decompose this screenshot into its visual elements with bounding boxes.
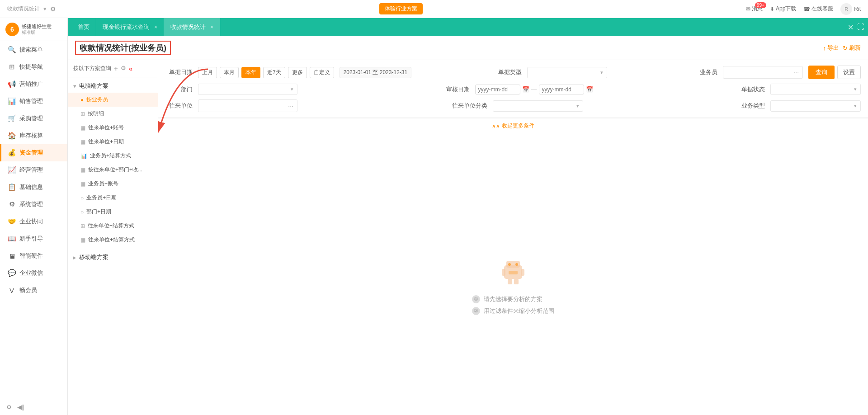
doctype-label: 单据类型: [495, 68, 522, 76]
settings-scheme-icon[interactable]: ⚙: [121, 65, 126, 72]
settings-btn[interactable]: 设置: [837, 66, 861, 79]
messages-area[interactable]: ✉ 消息 99+: [746, 5, 763, 13]
sidebar-item-sales[interactable]: 📊 销售管理: [0, 93, 67, 110]
scheme-item-1[interactable]: ⊞ 按明细: [68, 107, 158, 121]
member-icon: V: [8, 287, 16, 294]
scheme-item-icon-6: ▦: [80, 181, 85, 187]
biztype-label: 业务类型: [738, 102, 765, 110]
svg-rect-7: [508, 279, 512, 284]
partner-category-select[interactable]: ▾: [493, 100, 583, 112]
partner-select[interactable]: ···: [198, 99, 297, 112]
scheme-group-mobile-title[interactable]: ▸ 移动端方案: [68, 250, 158, 264]
trial-btn[interactable]: 体验行业方案: [379, 3, 423, 14]
tab-bank[interactable]: 现金银行流水查询 ×: [96, 18, 164, 36]
scheme-item-7[interactable]: ○ 业务员+日期: [68, 191, 158, 205]
empty-area: ① 请先选择要分析的方案 ② 用过滤条件来缩小分析范围: [158, 133, 868, 415]
scheme-item-10[interactable]: ▦ 往来单位+结算方式: [68, 233, 158, 247]
date-btn-more[interactable]: 更多: [288, 67, 307, 78]
doctype-select[interactable]: ▾: [527, 67, 607, 78]
sidebar-item-inventory[interactable]: 🏠 库存核算: [0, 127, 67, 144]
sidebar-item-system[interactable]: ⚙ 系统管理: [0, 196, 67, 213]
query-btn[interactable]: 查询: [808, 66, 835, 79]
download-icon: ⬇: [770, 6, 774, 12]
chevron-down-icon[interactable]: ▾: [43, 5, 47, 12]
export-btn[interactable]: ↑ 导出: [823, 44, 840, 52]
sidebar-item-operations[interactable]: 📈 经营管理: [0, 161, 67, 179]
scheme-item-2[interactable]: ▦ 往来单位+账号: [68, 121, 158, 135]
scheme-item-9[interactable]: ⊞ 往来单位+结算方式: [68, 219, 158, 233]
sidebar-item-purchase[interactable]: 🛒 采购管理: [0, 110, 67, 127]
date-label: 单据日期: [165, 68, 193, 76]
scheme-item-icon-10: ▦: [80, 237, 85, 243]
collapse-sidebar-icon[interactable]: ◀‖: [17, 404, 25, 410]
online-service[interactable]: ☎ 在线客服: [803, 5, 833, 13]
sidebar-label-guide: 新手引导: [19, 235, 43, 243]
date-btn-this-month[interactable]: 本月: [220, 67, 239, 78]
settings-bottom-icon[interactable]: ⚙: [6, 404, 12, 410]
docstatus-select[interactable]: ▾: [770, 84, 861, 95]
sidebar-label-inventory: 库存核算: [19, 132, 43, 140]
collapse-btn[interactable]: ∧∧ 收起更多条件: [158, 118, 868, 133]
scheme-item-3[interactable]: ▦ 往来单位+日期: [68, 135, 158, 149]
sidebar-item-hardware[interactable]: 🖥 智能硬件: [0, 247, 67, 264]
logo-icon: 6: [5, 23, 19, 36]
page-area: 收款情况统计(按业务员) ↑ 导出 ↻ 刷新 按以下方: [68, 36, 868, 415]
date-btn-last-month[interactable]: 上月: [198, 67, 217, 78]
tab-receipt[interactable]: 收款情况统计 ×: [164, 18, 220, 36]
add-scheme-icon[interactable]: +: [114, 65, 118, 72]
scheme-item-label-1: 按明细: [88, 110, 104, 118]
scheme-item-icon-0: ●: [80, 97, 84, 103]
close-window-icon[interactable]: ✕: [848, 23, 854, 32]
sidebar-item-guide[interactable]: 📖 新手引导: [0, 230, 67, 247]
app-download[interactable]: ⬇ App下载: [770, 5, 796, 13]
date-btn-7days[interactable]: 近7天: [263, 67, 285, 78]
date-btn-custom[interactable]: 自定义: [310, 67, 334, 78]
gear-icon[interactable]: ⚙: [50, 5, 56, 13]
scheme-group-desktop-title[interactable]: ▾ 电脑端方案: [68, 79, 158, 93]
scheme-item-label-0: 按业务员: [86, 96, 108, 104]
salesman-select[interactable]: ···: [723, 66, 803, 79]
sidebar-item-search[interactable]: 🔍 搜索菜单: [0, 41, 67, 58]
date-btn-this-year[interactable]: 本年: [241, 67, 260, 78]
scheme-item-5[interactable]: ▦ 按往来单位+部门+收...: [68, 163, 158, 177]
dept-label: 部门: [165, 85, 193, 94]
audit-date-range: 📅 — 📅: [475, 85, 593, 94]
logo-edition: 标准版: [22, 29, 52, 36]
biztype-select[interactable]: ▾: [770, 100, 861, 112]
cal-icon-to[interactable]: 📅: [586, 86, 593, 93]
maximize-icon[interactable]: ⛶: [857, 23, 864, 31]
cal-icon-from[interactable]: 📅: [522, 86, 529, 93]
audit-date-from[interactable]: [475, 85, 520, 94]
ellipsis-icon[interactable]: ···: [793, 69, 799, 76]
scheme-header-icons: + ⚙ «: [114, 65, 132, 72]
scheme-item-label-4: 业务员+结算方式: [90, 152, 131, 160]
sidebar-item-basics[interactable]: 📋 基础信息: [0, 179, 67, 196]
scheme-item-4[interactable]: 📊 业务员+结算方式: [68, 149, 158, 163]
sidebar-item-finance[interactable]: 💰 资金管理: [0, 144, 67, 161]
partner-ellipsis-icon[interactable]: ···: [288, 102, 293, 109]
tab-bank-close[interactable]: ×: [154, 24, 157, 30]
dept-select[interactable]: ▾: [198, 84, 297, 95]
message-badge: 99+: [755, 2, 766, 8]
sidebar-label-search: 搜索菜单: [19, 46, 43, 54]
scheme-item-0[interactable]: ● 按业务员: [68, 93, 158, 107]
sidebar-item-member[interactable]: V 畅会员: [0, 282, 67, 299]
sidebar-label-finance: 资金管理: [19, 149, 43, 157]
scheme-item-6[interactable]: ▦ 业务员+账号: [68, 177, 158, 191]
tab-bar: 首页 现金银行流水查询 × 收款情况统计 × ✕ ⛶: [68, 18, 868, 36]
sidebar-item-enterprise[interactable]: 🤝 企业协同: [0, 213, 67, 230]
user-avatar[interactable]: R Rit: [840, 3, 861, 15]
tab-receipt-close[interactable]: ×: [210, 24, 213, 30]
collapse-scheme-icon[interactable]: «: [129, 65, 132, 72]
sidebar-item-marketing[interactable]: 📢 营销推广: [0, 75, 67, 93]
sidebar-item-wechat[interactable]: 💬 企业微信: [0, 264, 67, 282]
audit-date-to[interactable]: [539, 85, 584, 94]
sidebar-item-quicknav[interactable]: ⊞ 快捷导航: [0, 58, 67, 75]
scheme-item-8[interactable]: ○ 部门+日期: [68, 205, 158, 219]
tab-home[interactable]: 首页: [71, 18, 96, 36]
scheme-panel: 按以下方案查询 + ⚙ « ▾ 电脑端方案: [68, 60, 158, 415]
refresh-btn[interactable]: ↻ 刷新: [843, 44, 861, 52]
scheme-item-icon-9: ⊞: [80, 223, 85, 229]
basics-icon: 📋: [8, 183, 16, 191]
svg-rect-8: [514, 279, 519, 284]
